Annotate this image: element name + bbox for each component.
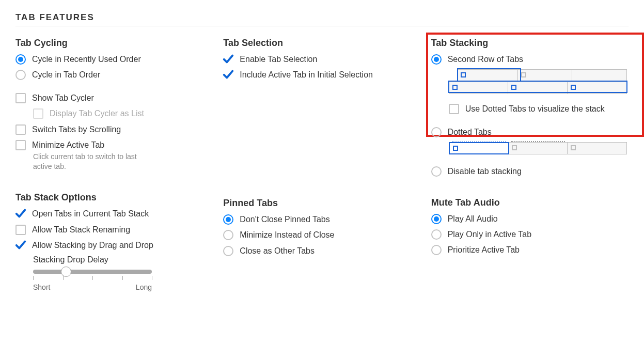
mute-audio-title: Mute Tab Audio (431, 197, 629, 208)
slider-thumb[interactable] (61, 267, 71, 277)
checkbox-icon (15, 93, 26, 103)
checkbox-label: Open Tabs in Current Tab Stack (32, 208, 149, 220)
radio-label: Prioritize Active Tab (448, 244, 520, 256)
minimize-active-help: Click current tab to switch to last acti… (33, 152, 157, 171)
radio-icon (431, 166, 442, 177)
checkbox-icon (15, 124, 26, 135)
radio-dotted-tabs[interactable]: Dotted Tabs (431, 127, 629, 138)
radio-label: Play Only in Active Tab (448, 229, 531, 240)
checkbox-icon (15, 225, 26, 235)
slider-max-label: Long (136, 283, 152, 291)
radio-label: Dotted Tabs (448, 127, 492, 138)
checkbox-label: Switch Tabs by Scrolling (32, 124, 121, 135)
checkbox-label: Use Dotted Tabs to visualize the stack (465, 103, 605, 115)
radio-label: Close as Other Tabs (240, 245, 315, 257)
checkbox-label: Include Active Tab in Initial Selection (240, 69, 373, 81)
radio-label: Don't Close Pinned Tabs (240, 214, 329, 225)
section-title: TAB FEATURES (15, 12, 629, 23)
checkbox-enable-selection[interactable]: Enable Tab Selection (223, 54, 420, 65)
slider-min-label: Short (33, 283, 50, 291)
checkbox-icon (15, 140, 26, 150)
checkbox-icon (33, 108, 43, 119)
radio-label: Second Row of Tabs (448, 54, 523, 65)
radio-icon (431, 229, 442, 240)
radio-label: Disable tab stacking (448, 166, 522, 177)
checkbox-switch-scroll[interactable]: Switch Tabs by Scrolling (15, 124, 213, 135)
radio-label: Play All Audio (448, 213, 498, 225)
tab-stack-options-title: Tab Stack Options (15, 192, 213, 203)
radio-play-active[interactable]: Play Only in Active Tab (431, 229, 629, 240)
checkbox-label: Enable Tab Selection (240, 54, 317, 65)
slider-ticks (33, 276, 152, 281)
radio-disable-stacking[interactable]: Disable tab stacking (431, 166, 629, 177)
radio-icon (431, 245, 442, 255)
radio-icon (223, 246, 233, 256)
checkbox-label: Show Tab Cycler (32, 92, 94, 104)
radio-label: Cycle in Tab Order (32, 69, 100, 81)
tab-stacking-title: Tab Stacking (431, 38, 629, 49)
checkbox-open-in-current[interactable]: Open Tabs in Current Tab Stack (15, 208, 213, 220)
second-row-illustration (449, 69, 627, 94)
checkbox-label: Display Tab Cycler as List (50, 108, 144, 119)
checkbox-display-cycler-list: Display Tab Cycler as List (33, 108, 213, 119)
checkbox-icon (449, 104, 459, 114)
radio-icon (15, 70, 26, 80)
checkbox-icon (223, 70, 233, 80)
checkbox-label: Allow Tab Stack Renaming (32, 224, 130, 236)
radio-label: Cycle in Recently Used Order (32, 54, 141, 65)
checkbox-icon (223, 54, 233, 65)
radio-cycle-recent[interactable]: Cycle in Recently Used Order (15, 54, 213, 65)
radio-icon (431, 214, 442, 224)
radio-icon (431, 127, 442, 137)
radio-minimize-pinned[interactable]: Minimize Instead of Close (223, 229, 420, 241)
stacking-delay-slider[interactable] (33, 270, 152, 274)
radio-second-row[interactable]: Second Row of Tabs (431, 54, 629, 65)
radio-dont-close-pinned[interactable]: Don't Close Pinned Tabs (223, 214, 420, 225)
stacking-delay-label: Stacking Drop Delay (33, 255, 152, 264)
radio-icon (223, 230, 233, 240)
radio-label: Minimize Instead of Close (240, 229, 334, 241)
checkbox-label: Allow Stacking by Drag and Drop (32, 240, 153, 251)
radio-cycle-order[interactable]: Cycle in Tab Order (15, 69, 213, 81)
tab-cycling-title: Tab Cycling (15, 38, 213, 49)
radio-icon (15, 54, 26, 65)
pinned-tabs-title: Pinned Tabs (223, 198, 420, 209)
checkbox-allow-dnd[interactable]: Allow Stacking by Drag and Drop (15, 240, 213, 251)
radio-icon (223, 214, 233, 225)
checkbox-label: Minimize Active Tab (32, 139, 104, 151)
radio-prioritize-active[interactable]: Prioritize Active Tab (431, 244, 629, 256)
tab-selection-title: Tab Selection (223, 38, 420, 49)
checkbox-minimize-active[interactable]: Minimize Active Tab (15, 139, 213, 151)
checkbox-icon (15, 240, 26, 251)
checkbox-use-dotted[interactable]: Use Dotted Tabs to visualize the stack (449, 103, 629, 115)
radio-close-other-pinned[interactable]: Close as Other Tabs (223, 245, 420, 257)
checkbox-icon (15, 209, 26, 219)
radio-icon (431, 54, 442, 65)
checkbox-allow-rename[interactable]: Allow Tab Stack Renaming (15, 224, 213, 236)
dotted-tabs-illustration (449, 142, 627, 154)
section-divider (15, 26, 629, 26)
checkbox-include-active[interactable]: Include Active Tab in Initial Selection (223, 69, 420, 81)
checkbox-show-cycler[interactable]: Show Tab Cycler (15, 92, 213, 104)
radio-play-all[interactable]: Play All Audio (431, 213, 629, 225)
